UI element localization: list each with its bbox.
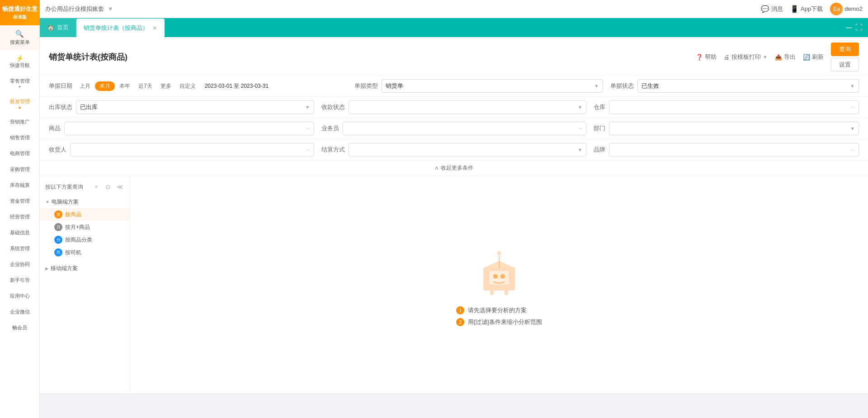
- tabbar: 🏠 首页 销货单统计表（按商品） ✕ ─ ⛶: [40, 18, 868, 37]
- scheme-panel-header: 按以下方案查询 ＋ ⊙ ≪: [40, 180, 130, 194]
- sidebar-item-sales[interactable]: 销售管理: [0, 130, 39, 146]
- scheme-item-by-goods[interactable]: 按 按商品: [40, 208, 130, 221]
- date-tab-last-month[interactable]: 上月: [76, 81, 94, 91]
- filter-settlement: 结算方式 ▼: [321, 143, 587, 157]
- help-btn[interactable]: ❓ 帮助: [696, 53, 717, 61]
- print-label: 按模板打印: [731, 53, 761, 61]
- sidebar-item-newbie[interactable]: 新手引导: [0, 272, 39, 288]
- scheme-item-by-category-label: 按商品分类: [65, 236, 92, 244]
- sidebar-item-purchase[interactable]: 采购管理: [0, 162, 39, 177]
- page-content: 销货单统计表(按商品) ❓ 帮助 🖨 按模板打印 ▼ 📤 导出: [40, 37, 868, 418]
- date-tab-this-year[interactable]: 本年: [116, 81, 134, 91]
- home-icon: 🏠: [47, 24, 54, 31]
- out-status-value: 已出库: [80, 103, 98, 111]
- collect-status-select[interactable]: ▼: [349, 100, 587, 114]
- brand-select[interactable]: ···: [609, 143, 859, 157]
- query-btn-group: 查询 设置: [831, 43, 859, 71]
- empty-state-tips: 1 请先选择要分析的方案 2 用[过滤]条件来缩小分析范围: [456, 306, 542, 326]
- export-label: 导出: [784, 53, 796, 61]
- settings-button[interactable]: 设置: [831, 58, 859, 71]
- sidebar-item-system[interactable]: 系统管理: [0, 241, 39, 256]
- scheme-item-by-printer[interactable]: 司 按司机: [40, 246, 130, 259]
- sidebar-item-finance[interactable]: 资金管理: [0, 193, 39, 209]
- dept-chevron-icon: ▼: [850, 126, 855, 131]
- main-container: 办公用品行业模拟账套 ▼ 💬 消息 📱 App下载 Ea demo2 🏠 首页 …: [40, 0, 868, 418]
- sidebar-item-quick-nav[interactable]: ⚡ 快捷导航: [0, 50, 39, 73]
- doc-type-chevron-icon: ▼: [594, 83, 599, 89]
- sidebar-item-member[interactable]: 畅会员: [0, 320, 39, 336]
- warehouse-dots-icon: ···: [851, 104, 855, 110]
- scheme-panel-title: 按以下方案查询: [45, 183, 83, 191]
- date-tab-7days[interactable]: 近7天: [135, 81, 156, 91]
- query-button[interactable]: 查询: [831, 43, 859, 56]
- tab-minimize-icon[interactable]: ─: [846, 23, 852, 33]
- scheme-settings-icon[interactable]: ⊙: [104, 182, 113, 191]
- page-header: 销货单统计表(按商品) ❓ 帮助 🖨 按模板打印 ▼ 📤 导出: [40, 37, 868, 76]
- tab-close-icon[interactable]: ✕: [153, 25, 157, 31]
- print-btn[interactable]: 🖨 按模板打印 ▼: [724, 53, 768, 61]
- content-body: 按以下方案查询 ＋ ⊙ ≪ ▼ 电脑端方案: [40, 176, 868, 393]
- out-status-label: 出库状态: [49, 103, 76, 111]
- topbar-dropdown-icon[interactable]: ▼: [108, 5, 113, 12]
- refresh-btn[interactable]: 🔄 刷新: [803, 53, 824, 61]
- warehouse-select[interactable]: ···: [609, 100, 859, 114]
- tab-maximize-icon[interactable]: ⛶: [855, 24, 863, 32]
- doc-type-label: 单据类型: [354, 82, 382, 90]
- doc-status-chevron-icon: ▼: [850, 83, 855, 89]
- doc-type-select[interactable]: 销货单 ▼: [382, 79, 603, 93]
- doc-status-label: 单据状态: [610, 82, 637, 90]
- tab-sales-stat[interactable]: 销货单统计表（按商品） ✕: [76, 19, 165, 38]
- scheme-group-desktop-header[interactable]: ▼ 电脑端方案: [40, 196, 130, 208]
- sidebar-item-app-center[interactable]: 应用中心: [0, 288, 39, 304]
- goods-select[interactable]: ···: [64, 122, 314, 135]
- salesperson-select[interactable]: ···: [343, 122, 587, 135]
- right-area: 1 请先选择要分析的方案 2 用[过滤]条件来缩小分析范围: [130, 176, 868, 393]
- date-filter-label: 单据日期: [49, 82, 76, 90]
- sidebar-item-ops[interactable]: 经营管理: [0, 209, 39, 225]
- doc-status-value: 已生效: [642, 82, 659, 90]
- mobile-expand-icon: ▶: [45, 266, 49, 271]
- empty-state-illustration: [472, 243, 526, 297]
- message-icon: 💬: [761, 5, 769, 13]
- scheme-item-by-month-goods[interactable]: 月 按月+商品: [40, 221, 130, 233]
- date-tab-this-month[interactable]: 本月: [95, 81, 115, 91]
- filter-date: 单据日期 上月 本月 本年 近7天 更多 自定义 2023-03-01 至 20…: [49, 81, 347, 91]
- topbar-app-download-btn[interactable]: 📱 App下载: [790, 5, 823, 13]
- sidebar-item-search-menu[interactable]: 🔍 搜索菜单: [0, 25, 39, 50]
- brand-label: 品牌: [594, 146, 609, 154]
- settlement-label: 结算方式: [321, 146, 349, 154]
- filter-salesperson: 业务员 ···: [321, 122, 587, 135]
- scheme-group-mobile: ▶ 移动端方案: [40, 261, 130, 276]
- topbar-user[interactable]: Ea demo2: [830, 3, 863, 15]
- sidebar-item-retail[interactable]: 零售管理 ▼: [0, 73, 39, 94]
- tab-home[interactable]: 🏠 首页: [40, 18, 76, 37]
- receiver-select[interactable]: ···: [70, 143, 314, 157]
- date-tab-custom[interactable]: 自定义: [176, 81, 199, 91]
- sidebar-item-inventory[interactable]: 库存核算: [0, 177, 39, 193]
- scheme-collapse-icon[interactable]: ≪: [115, 182, 124, 191]
- logo-line2: 标准版: [2, 14, 38, 20]
- scheme-item-by-goods-category[interactable]: 分 按商品分类: [40, 233, 130, 246]
- tab-home-label: 首页: [57, 24, 69, 32]
- date-tab-more[interactable]: 更多: [157, 81, 175, 91]
- topbar-message-btn[interactable]: 💬 消息: [761, 5, 783, 13]
- sidebar-item-corp-wechat[interactable]: 企业微信: [0, 304, 39, 320]
- scheme-item-by-goods-label: 按商品: [65, 211, 81, 218]
- sidebar-item-basic[interactable]: 基础信息: [0, 225, 39, 241]
- sidebar-item-enterprise[interactable]: 企业协同: [0, 256, 39, 272]
- scheme-group-mobile-header[interactable]: ▶ 移动端方案: [40, 262, 130, 275]
- content-panel: 销货单统计表(按商品) ❓ 帮助 🖨 按模板打印 ▼ 📤 导出: [40, 37, 868, 393]
- dept-label: 部门: [594, 124, 609, 133]
- sidebar-item-marketing[interactable]: 营销推广: [0, 114, 39, 130]
- logo-line1: 畅捷通好生意: [2, 5, 38, 13]
- sidebar-item-ecom[interactable]: 电商管理: [0, 146, 39, 162]
- collapse-bar[interactable]: ∧ 收起更多条件: [40, 161, 868, 176]
- out-status-select[interactable]: 已出库 ▼: [76, 100, 314, 114]
- scheme-add-icon[interactable]: ＋: [92, 182, 101, 191]
- scheme-group-desktop-label: 电脑端方案: [52, 198, 79, 206]
- settlement-select[interactable]: ▼: [349, 143, 587, 157]
- dept-select[interactable]: ▼: [609, 122, 859, 135]
- doc-status-select[interactable]: 已生效 ▼: [637, 79, 859, 93]
- export-btn[interactable]: 📤 导出: [775, 53, 796, 61]
- sidebar-item-wholesale[interactable]: 批发管理 ▲: [0, 94, 39, 114]
